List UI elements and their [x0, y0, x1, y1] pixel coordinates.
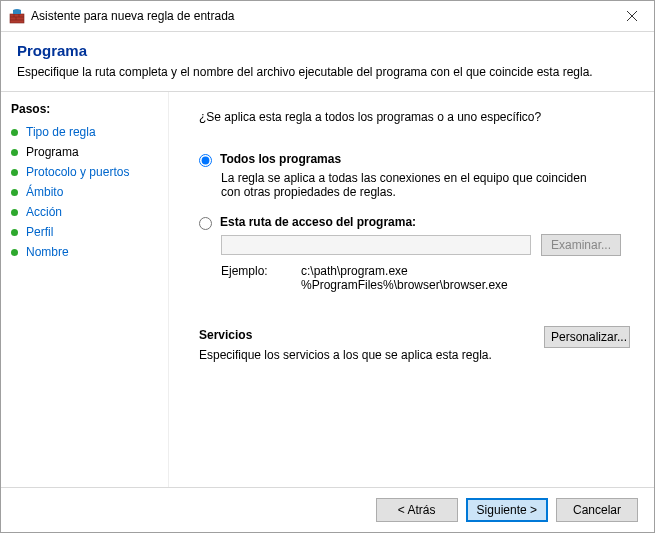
- step-programa[interactable]: Programa: [11, 142, 168, 162]
- page-subtitle: Especifique la ruta completa y el nombre…: [17, 65, 638, 79]
- example-values: c:\path\program.exe %ProgramFiles%\brows…: [301, 264, 508, 292]
- steps-heading: Pasos:: [11, 102, 168, 116]
- step-label: Programa: [26, 145, 79, 159]
- services-block: Servicios Especifique los servicios a lo…: [199, 328, 630, 362]
- services-desc: Especifique los servicios a los que se a…: [199, 348, 519, 362]
- step-protocolo-y-puertos[interactable]: Protocolo y puertos: [11, 162, 168, 182]
- example-label: Ejemplo:: [221, 264, 301, 292]
- wizard-footer: < Atrás Siguiente > Cancelar: [1, 487, 654, 532]
- step-label: Acción: [26, 205, 62, 219]
- wizard-header: Programa Especifique la ruta completa y …: [1, 32, 654, 91]
- radio-program-path[interactable]: [199, 217, 212, 230]
- step-ambito[interactable]: Ámbito: [11, 182, 168, 202]
- step-tipo-de-regla[interactable]: Tipo de regla: [11, 122, 168, 142]
- question-text: ¿Se aplica esta regla a todos los progra…: [199, 110, 630, 124]
- customize-button[interactable]: Personalizar...: [544, 326, 630, 348]
- step-accion[interactable]: Acción: [11, 202, 168, 222]
- program-path-input[interactable]: [221, 235, 531, 255]
- option-all-label: Todos los programas: [220, 152, 341, 166]
- back-button[interactable]: < Atrás: [376, 498, 458, 522]
- next-button[interactable]: Siguiente >: [466, 498, 548, 522]
- program-path-row: Examinar...: [221, 234, 630, 256]
- close-button[interactable]: [609, 1, 654, 31]
- wizard-body: Pasos: Tipo de regla Programa Protocolo …: [1, 92, 654, 487]
- step-nombre[interactable]: Nombre: [11, 242, 168, 262]
- firewall-icon: [9, 8, 25, 24]
- option-all-programs[interactable]: Todos los programas: [199, 152, 630, 167]
- example-row: Ejemplo: c:\path\program.exe %ProgramFil…: [221, 264, 630, 292]
- close-icon: [627, 11, 637, 21]
- step-label: Nombre: [26, 245, 69, 259]
- step-label: Tipo de regla: [26, 125, 96, 139]
- window-title: Asistente para nueva regla de entrada: [31, 9, 609, 23]
- bullet-icon: [11, 249, 18, 256]
- radio-all-programs[interactable]: [199, 154, 212, 167]
- page-title: Programa: [17, 42, 638, 59]
- bullet-icon: [11, 209, 18, 216]
- bullet-icon: [11, 129, 18, 136]
- bullet-icon: [11, 149, 18, 156]
- option-all-desc: La regla se aplica a todas las conexione…: [221, 171, 601, 199]
- content-pane: ¿Se aplica esta regla a todos los progra…: [169, 92, 654, 487]
- option-program-path[interactable]: Esta ruta de acceso del programa:: [199, 215, 630, 230]
- cancel-button[interactable]: Cancelar: [556, 498, 638, 522]
- bullet-icon: [11, 229, 18, 236]
- bullet-icon: [11, 169, 18, 176]
- titlebar: Asistente para nueva regla de entrada: [1, 1, 654, 32]
- option-path-label: Esta ruta de acceso del programa:: [220, 215, 416, 229]
- step-label: Perfil: [26, 225, 53, 239]
- step-label: Protocolo y puertos: [26, 165, 129, 179]
- step-perfil[interactable]: Perfil: [11, 222, 168, 242]
- wizard-window: Asistente para nueva regla de entrada Pr…: [0, 0, 655, 533]
- steps-sidebar: Pasos: Tipo de regla Programa Protocolo …: [1, 92, 169, 487]
- step-label: Ámbito: [26, 185, 63, 199]
- bullet-icon: [11, 189, 18, 196]
- svg-rect-0: [10, 14, 24, 23]
- browse-button[interactable]: Examinar...: [541, 234, 621, 256]
